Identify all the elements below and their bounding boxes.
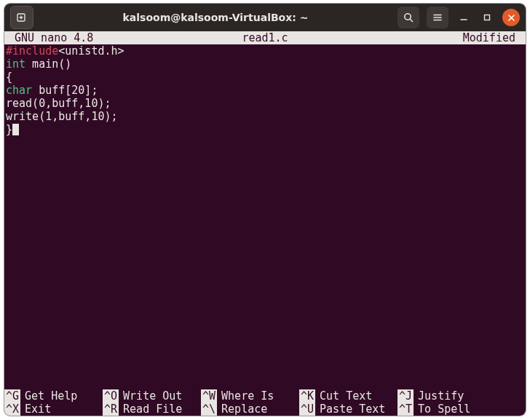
code-text: buff[20]; (32, 84, 98, 97)
maximize-icon (483, 13, 491, 22)
label: Replace (221, 403, 267, 416)
minimize-button[interactable] (456, 9, 472, 25)
close-button[interactable] (502, 9, 520, 26)
code-text: read(0,buff,10); (6, 97, 111, 110)
shortcut-paste-text[interactable]: ^UPaste Text (299, 403, 398, 416)
code-text: } (6, 123, 12, 136)
new-tab-button[interactable] (10, 6, 33, 29)
menu-button[interactable] (427, 7, 448, 28)
terminal-body[interactable]: GNU nano 4.8 read1.c Modified #include<u… (4, 31, 526, 416)
cursor (12, 124, 19, 135)
search-button[interactable] (398, 7, 419, 28)
key: ^K (299, 389, 315, 403)
key: ^J (398, 389, 414, 403)
key: ^U (299, 403, 315, 416)
label: Cut Text (320, 389, 372, 403)
label: Justify (418, 389, 464, 403)
new-tab-icon (16, 12, 28, 23)
minimize-icon (459, 13, 468, 22)
close-icon (507, 14, 515, 22)
key: ^\ (201, 403, 217, 416)
key: ^R (103, 403, 119, 416)
nano-status: Modified (463, 31, 515, 44)
label: Write Out (123, 389, 182, 403)
nano-shortcuts: ^GGet Help ^OWrite Out ^WWhere Is ^KCut … (4, 389, 526, 416)
svg-rect-9 (485, 15, 490, 20)
window-title: kalsoom@kalsoom-VirtualBox: ~ (39, 12, 392, 23)
shortcut-replace[interactable]: ^\Replace (201, 403, 299, 416)
code-text: { (6, 71, 12, 84)
code-text: <unistd.h> (58, 44, 124, 58)
kw-char: char (6, 84, 32, 97)
shortcut-row-1: ^GGet Help ^OWrite Out ^WWhere Is ^KCut … (4, 389, 526, 403)
svg-line-4 (410, 19, 412, 21)
label: To Spell (418, 403, 470, 416)
shortcut-to-spell[interactable]: ^TTo Spell (398, 403, 496, 416)
terminal-window: kalsoom@kalsoom-VirtualBox: ~ (4, 4, 526, 416)
shortcut-justify[interactable]: ^JJustify (398, 389, 496, 403)
shortcut-row-2: ^XExit ^RRead File ^\Replace ^UPaste Tex… (4, 403, 526, 416)
nano-header: GNU nano 4.8 read1.c Modified (4, 31, 526, 44)
hamburger-icon (432, 12, 443, 23)
titlebar-left (10, 6, 33, 29)
shortcut-read-file[interactable]: ^RRead File (103, 403, 201, 416)
code-text: write(1,buff,10); (6, 110, 118, 123)
label: Paste Text (320, 403, 385, 416)
key: ^T (398, 403, 414, 416)
titlebar-right (398, 7, 520, 28)
shortcut-cut-text[interactable]: ^KCut Text (299, 389, 398, 403)
label: Exit (25, 403, 51, 416)
shortcut-where-is[interactable]: ^WWhere Is (201, 389, 299, 403)
titlebar: kalsoom@kalsoom-VirtualBox: ~ (4, 4, 526, 31)
key: ^W (201, 389, 217, 403)
nano-filename: read1.c (4, 31, 526, 44)
editor-content[interactable]: #include<unistd.h> int main() { char buf… (4, 44, 526, 136)
kw-int: int (6, 58, 25, 71)
key: ^O (103, 389, 119, 403)
shortcut-write-out[interactable]: ^OWrite Out (103, 389, 201, 403)
maximize-button[interactable] (479, 9, 495, 25)
label: Read File (123, 403, 182, 416)
key: ^X (4, 403, 20, 416)
shortcut-exit[interactable]: ^XExit (4, 403, 103, 416)
key: ^G (4, 389, 20, 403)
kw-include: #include (6, 44, 58, 58)
shortcut-get-help[interactable]: ^GGet Help (4, 389, 103, 403)
label: Get Help (25, 389, 77, 403)
label: Where Is (221, 389, 274, 403)
search-icon (403, 12, 414, 23)
code-text: main() (25, 58, 71, 71)
